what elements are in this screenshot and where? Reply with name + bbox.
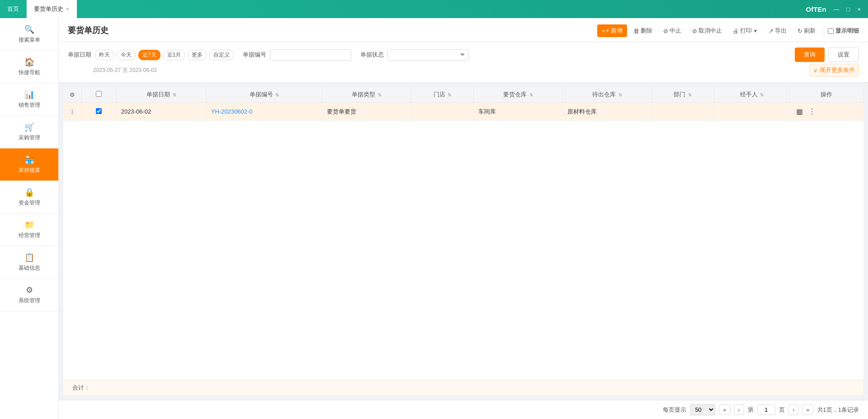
col-store: 门店 ⇅ xyxy=(411,87,474,103)
print-icon: 🖨 xyxy=(733,28,739,34)
sidebar-item-inventory[interactable]: 🏪 库存核算 xyxy=(0,148,58,181)
new-button[interactable]: + + 新增 xyxy=(597,24,627,37)
op-view-button[interactable]: ▦ xyxy=(794,106,805,117)
inventory-icon: 🏪 xyxy=(24,155,34,165)
sort-handler-icon[interactable]: ⇅ xyxy=(760,92,764,97)
sidebar-label-basic: 基础信息 xyxy=(19,264,40,272)
page-input[interactable] xyxy=(757,405,775,415)
window-maximize[interactable]: □ xyxy=(847,6,850,13)
tab-history[interactable]: 要货单历史 × xyxy=(27,0,77,18)
status-filter-group: 单据状态 xyxy=(360,49,469,61)
sidebar-item-search[interactable]: 🔍 搜索菜单 xyxy=(0,18,58,51)
sidebar-label-inventory: 库存核算 xyxy=(19,167,40,174)
delete-button[interactable]: 🗑 删除 xyxy=(629,24,657,37)
sidebar-label-shortcut: 快捷导航 xyxy=(19,69,40,76)
cancel-stop-icon: ⊘ xyxy=(692,28,697,34)
expand-icon: ∨ xyxy=(813,67,818,74)
delete-icon: 🗑 xyxy=(633,28,639,34)
expand-conditions-btn[interactable]: ∨ 展开更多条件 xyxy=(809,64,859,76)
sort-req-icon[interactable]: ⇅ xyxy=(529,92,533,97)
table-body: 1 2023-06-02 YH-20230602-0 要货单要货 车间库 原材料… xyxy=(63,103,863,121)
docno-filter-group: 单据编号 xyxy=(243,49,351,61)
row-checkbox-cell[interactable] xyxy=(81,103,116,121)
top-bar-right: OfTEn — □ × xyxy=(806,5,868,13)
refresh-button[interactable]: ↻ 刷新 xyxy=(793,24,820,37)
sort-dept-icon[interactable]: ⇅ xyxy=(688,92,692,97)
filter-second-row: 2023-05-27 至 2023-06-02 ∨ 展开更多条件 xyxy=(68,64,859,76)
export-button[interactable]: ↗ 导出 xyxy=(764,24,791,37)
doc-link[interactable]: YH-20230602-0 xyxy=(211,108,253,115)
show-detail-toggle[interactable]: 显示明细 xyxy=(828,27,859,35)
sidebar-item-finance[interactable]: 🔒 资金管理 xyxy=(0,181,58,214)
prev-page-button[interactable]: ‹ xyxy=(734,405,744,415)
pagination-bar: 每页显示 50 10 20 100 « ‹ 第 页 › » 共1页，1条记录 xyxy=(59,400,868,419)
docno-input[interactable] xyxy=(270,49,351,61)
page-size-select[interactable]: 50 10 20 100 xyxy=(690,404,715,415)
settings-button[interactable]: 设置 xyxy=(828,48,859,62)
print-dropdown-icon: ▼ xyxy=(753,29,758,33)
sidebar-item-system[interactable]: ⚙ 系统管理 xyxy=(0,279,58,311)
sidebar-item-sales[interactable]: 📊 销售管理 xyxy=(0,83,58,116)
show-detail-checkbox[interactable] xyxy=(828,28,834,34)
date-btn-7days[interactable]: 近7天 xyxy=(138,50,160,60)
finance-icon: 🔒 xyxy=(24,187,34,197)
date-btn-today[interactable]: 今天 xyxy=(117,50,136,60)
last-page-button[interactable]: » xyxy=(802,405,813,415)
op-more-button[interactable]: ⋮ xyxy=(807,106,817,117)
toolbar: + + 新增 🗑 删除 ⊘ 中止 ⊘ 取消中止 xyxy=(597,24,859,42)
page-size-label: 每页显示 xyxy=(663,406,686,414)
row-ops-cell: ▦ ⋮ xyxy=(790,103,863,121)
next-page-button[interactable]: › xyxy=(788,405,798,415)
window-close[interactable]: × xyxy=(857,6,861,13)
select-all-checkbox[interactable] xyxy=(96,91,102,97)
col-docno: 单据编号 ⇅ xyxy=(206,87,322,103)
tab-home[interactable]: 首页 xyxy=(0,0,27,18)
sidebar-item-operation[interactable]: 📁 经营管理 xyxy=(0,214,58,246)
col-dept: 部门 ⇅ xyxy=(651,87,714,103)
print-button[interactable]: 🖨 打印 ▼ xyxy=(728,24,762,37)
date-range-text: 2023-05-27 至 2023-06-02 xyxy=(93,67,157,74)
sidebar-item-shortcut[interactable]: 🏠 快捷导航 xyxy=(0,51,58,83)
page-title: 要货单历史 xyxy=(68,25,108,36)
date-label: 单据日期 xyxy=(68,51,91,59)
sidebar-label-operation: 经营管理 xyxy=(19,232,40,239)
sidebar-item-basic[interactable]: 📋 基础信息 xyxy=(0,246,58,279)
status-select[interactable] xyxy=(387,49,469,61)
date-shortcuts: 昨天 今天 近7天 近1月 更多 自定义 xyxy=(95,50,234,60)
settings-gear-icon[interactable]: ⚙ xyxy=(70,91,75,98)
query-button[interactable]: 查询 xyxy=(795,48,825,62)
col-checkbox[interactable] xyxy=(81,87,116,103)
sidebar-label-sales: 销售管理 xyxy=(19,101,40,109)
table-row: 1 2023-06-02 YH-20230602-0 要货单要货 车间库 原材料… xyxy=(63,103,863,121)
sort-store-icon[interactable]: ⇅ xyxy=(448,92,451,97)
new-icon: + xyxy=(602,28,605,34)
refresh-icon: ↻ xyxy=(797,28,802,34)
sort-date-icon[interactable]: ⇅ xyxy=(173,92,176,97)
row-store-cell xyxy=(411,103,474,121)
table-summary: 合计： xyxy=(63,380,863,395)
row-handler-cell xyxy=(714,103,789,121)
date-btn-1month[interactable]: 近1月 xyxy=(163,50,185,60)
date-btn-yesterday[interactable]: 昨天 xyxy=(95,50,114,60)
date-btn-more[interactable]: 更多 xyxy=(188,50,207,60)
window-minimize[interactable]: — xyxy=(834,6,840,13)
row-settings-cell: 1 xyxy=(63,103,81,121)
sort-doctype-icon[interactable]: ⇅ xyxy=(378,92,382,97)
tab-close-icon[interactable]: × xyxy=(66,6,69,12)
operation-icon: 📁 xyxy=(24,220,34,230)
sidebar-item-purchase[interactable]: 🛒 采购管理 xyxy=(0,116,58,148)
cancel-stop-button[interactable]: ⊘ 取消中止 xyxy=(688,24,726,37)
row-checkbox[interactable] xyxy=(96,108,102,114)
col-settings[interactable]: ⚙ xyxy=(63,87,81,103)
date-filter-group: 单据日期 昨天 今天 近7天 近1月 更多 自定义 xyxy=(68,50,234,60)
col-date: 单据日期 ⇅ xyxy=(116,87,206,103)
sort-pending-icon[interactable]: ⇅ xyxy=(618,92,622,97)
row-docno-cell[interactable]: YH-20230602-0 xyxy=(206,103,322,121)
first-page-button[interactable]: « xyxy=(719,405,730,415)
date-btn-custom[interactable]: 自定义 xyxy=(209,50,234,60)
stop-button[interactable]: ⊘ 中止 xyxy=(659,24,686,37)
sort-docno-icon[interactable]: ⇅ xyxy=(275,92,279,97)
sidebar-label-finance: 资金管理 xyxy=(19,199,40,207)
page-label: 第 xyxy=(748,406,754,414)
col-pendingwarehouse: 待出仓库 ⇅ xyxy=(562,87,651,103)
